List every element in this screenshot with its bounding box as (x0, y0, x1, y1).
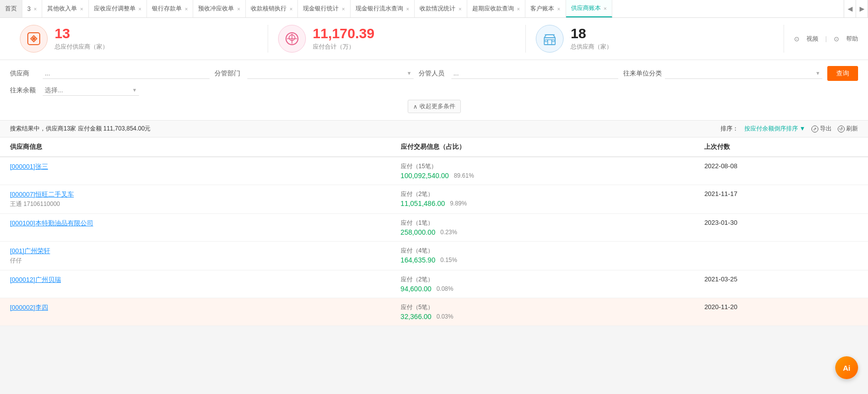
collapse-container: ∧ 收起更多条件 (10, 100, 858, 113)
txn-amount[interactable]: 164,635.90 (401, 256, 435, 264)
collapse-button[interactable]: ∧ 收起更多条件 (408, 100, 461, 113)
nav-tab-prepay-collect-close[interactable]: × (237, 6, 240, 12)
export-button[interactable]: ⇗ 导出 (811, 125, 832, 133)
th-txn-info: 应付交易信息（占比） (391, 137, 695, 157)
balance-dropdown-arrow: ▼ (132, 87, 137, 93)
txn-count: 应付（4笔） (401, 247, 685, 255)
nav-tab-prepay-collect[interactable]: 预收冲应收单 × (193, 0, 245, 17)
sort-value-text: 按应付余额倒序排序 (744, 125, 798, 132)
result-info: 搜索结果中，供应商13家 应付金额 111,703,854.00元 (10, 125, 150, 133)
category-filter-input[interactable] (667, 69, 814, 77)
supplier-link[interactable]: [000012]广州贝瑞 (10, 276, 61, 283)
nav-tab-overdue-ap[interactable]: 超期应收款查询 × (467, 0, 525, 17)
nav-tab-supplier-account-label: 供应商账本 (571, 4, 601, 12)
total-suppliers-icon (536, 25, 564, 53)
refresh-button[interactable]: ↺ 刷新 (838, 125, 858, 133)
nav-tab-supplier-account[interactable]: 供应商账本 × (566, 0, 612, 17)
refresh-label: 刷新 (846, 125, 858, 133)
search-button[interactable]: 查询 (827, 66, 858, 81)
refresh-icon: ↺ (838, 126, 845, 132)
supplier-info-cell: [000001]张三 (0, 157, 391, 185)
txn-count: 应付（1笔） (401, 219, 685, 227)
supplier-filter-input[interactable] (43, 68, 210, 79)
result-bar: 搜索结果中，供应商13家 应付金额 111,703,854.00元 排序： 按应… (0, 121, 868, 137)
nav-tab-collect-verify[interactable]: 收款核销执行 × (246, 0, 298, 17)
balance-filter-select[interactable]: ▼ (43, 85, 139, 96)
supplier-link[interactable]: [000100]本特勤油品有限公司 (10, 219, 93, 227)
txn-amount-row: 32,366.000.03% (401, 313, 685, 321)
nav-tab-overdue-ap-close[interactable]: × (517, 6, 520, 12)
sort-value[interactable]: 按应付余额倒序排序 ▼ (744, 125, 805, 133)
txn-pct: 0.23% (440, 229, 457, 236)
supplier-link[interactable]: [000001]张三 (10, 163, 48, 170)
filter-category: 往来单位分类 ▼ (623, 68, 823, 79)
nav-tab-collect-stat[interactable]: 收款情况统计 × (415, 0, 467, 17)
nav-left-arrow[interactable]: ◀ (844, 0, 856, 18)
nav-tab-bank-deposit-close[interactable]: × (185, 6, 188, 12)
supplier-link[interactable]: [001]广州荣轩 (10, 247, 50, 255)
nav-tab-cash-bank-flow-label: 现金银行流水查询 (356, 4, 403, 13)
total-suppliers-number: 18 (571, 27, 612, 41)
ap-suppliers-text: 13 总应付供应商（家） (55, 27, 108, 51)
nav-tab-3[interactable]: 3 × (22, 0, 42, 17)
supplier-link[interactable]: [000007]恒旺二手叉车 (10, 191, 74, 198)
ap-total-text: 11,170.39 应付合计（万） (313, 27, 375, 51)
nav-tab-cash-bank-flow[interactable]: 现金银行流水查询 × (351, 0, 415, 17)
nav-tab-cash-bank-stat[interactable]: 现金银行统计 × (298, 0, 350, 17)
txn-amount-row: 11,051,486.009.89% (401, 199, 685, 207)
nav-tab-customer-account-close[interactable]: × (557, 6, 560, 12)
txn-pct: 89.61% (454, 172, 474, 179)
summary-bar: 13 总应付供应商（家） 11,170.39 应付合计（万） (0, 18, 868, 60)
help-link[interactable]: 帮助 (846, 35, 858, 43)
svg-rect-8 (552, 40, 554, 42)
supplier-info-cell: [001]广州荣轩仔仔 (0, 242, 391, 270)
th-supplier-info: 供应商信息 (0, 137, 391, 157)
supplier-info-cell: [000002]李四 (0, 298, 391, 326)
supplier-info-cell: [000100]本特勤油品有限公司 (0, 214, 391, 242)
txn-amount[interactable]: 258,000.00 (401, 228, 435, 236)
category-filter-select[interactable]: ▼ (665, 68, 823, 79)
nav-tab-ap-adjust-close[interactable]: × (139, 6, 142, 12)
txn-amount[interactable]: 11,051,486.00 (401, 199, 445, 207)
video-link[interactable]: 视频 (806, 35, 818, 43)
txn-amount[interactable]: 100,092,540.00 (401, 172, 449, 180)
nav-tab-collect-stat-close[interactable]: × (458, 6, 461, 12)
table-wrapper: 供应商信息 应付交易信息（占比） 上次付数 [000001]张三应付（15笔）1… (0, 137, 868, 326)
nav-tab-supplier-account-close[interactable]: × (604, 5, 607, 11)
supplier-info-cell: [000012]广州贝瑞 (0, 270, 391, 298)
dept-filter-select[interactable]: ▼ (247, 68, 414, 79)
nav-right-arrow[interactable]: ▶ (856, 0, 868, 18)
filter-row-1: 供应商 分管部门 ▼ 分管人员 往来单位分类 ▼ 查询 (10, 66, 858, 81)
nav-tab-cash-bank-flow-close[interactable]: × (406, 6, 409, 12)
nav-tab-cash-bank-stat-close[interactable]: × (342, 6, 345, 12)
supplier-link[interactable]: [000002]李四 (10, 304, 48, 311)
txn-pct: 0.08% (436, 285, 453, 292)
svg-rect-5 (544, 38, 555, 45)
manager-filter-input[interactable] (451, 68, 618, 79)
ap-suppliers-icon (20, 25, 48, 53)
supplier-table: 供应商信息 应付交易信息（占比） 上次付数 [000001]张三应付（15笔）1… (0, 137, 868, 326)
txn-amount[interactable]: 94,600.00 (401, 285, 432, 293)
nav-tab-bank-deposit[interactable]: 银行存款单 × (147, 0, 193, 17)
nav-tab-collect-verify-close[interactable]: × (289, 6, 292, 12)
nav-tab-customer-account[interactable]: 客户账本 × (525, 0, 566, 17)
txn-amount-row: 100,092,540.0089.61% (401, 172, 685, 180)
nav-tab-other-income-close[interactable]: × (80, 6, 83, 12)
table-row: [000007]恒旺二手叉车王通 17106110000应付（2笔）11,051… (0, 185, 868, 214)
filter-balance: 往来余额 ▼ (10, 85, 139, 96)
summary-card-total-suppliers: 18 总供应商（家） (526, 25, 784, 53)
last-pay-cell: 2020-11-20 (694, 298, 868, 326)
txn-amount-row: 164,635.900.15% (401, 256, 685, 264)
dept-filter-input[interactable] (249, 69, 405, 77)
nav-tab-ap-adjust[interactable]: 应收应付调整单 × (89, 0, 147, 17)
txn-info-cell: 应付（2笔）11,051,486.009.89% (391, 185, 695, 214)
total-suppliers-label: 总供应商（家） (571, 43, 612, 51)
last-pay-cell (694, 242, 868, 270)
nav-tab-home[interactable]: 首页 (0, 0, 22, 17)
balance-filter-input[interactable] (45, 86, 130, 94)
nav-tab-3-close[interactable]: × (34, 6, 37, 12)
txn-amount[interactable]: 32,366.00 (401, 313, 432, 321)
txn-count: 应付（5笔） (401, 303, 685, 312)
nav-tab-other-income[interactable]: 其他收入单 × (42, 0, 88, 17)
balance-filter-label: 往来余额 (10, 86, 40, 95)
